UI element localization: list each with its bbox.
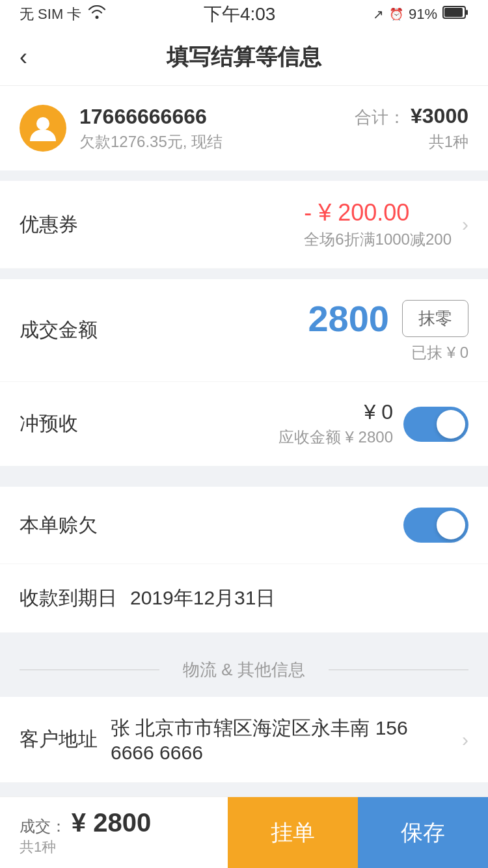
sim-label: 无 SIM 卡 xyxy=(20,5,81,24)
section-divider xyxy=(0,632,488,643)
debt-row: 本单赊欠 xyxy=(0,487,488,563)
logistics-line-left xyxy=(20,670,159,670)
coupon-desc: 全场6折满1000减200 xyxy=(304,229,452,250)
status-bar: 无 SIM 卡 下午4:03 ↗ ⏰ 91% xyxy=(0,0,488,29)
due-date-value: 2019年12月31日 xyxy=(130,585,275,612)
total-label: 合计： xyxy=(355,107,405,127)
amount-right: 2800 抹零 xyxy=(308,297,468,340)
customer-right: 合计： ¥3000 共1种 xyxy=(355,104,468,152)
save-button[interactable]: 保存 xyxy=(358,797,488,869)
round-button[interactable]: 抹零 xyxy=(402,300,468,337)
status-bar-time: 下午4:03 xyxy=(204,2,276,27)
bottom-total-row: 成交： ¥ 2800 xyxy=(20,808,208,837)
battery-label: 91% xyxy=(409,6,437,23)
separator-2 xyxy=(0,466,488,476)
svg-point-3 xyxy=(36,117,49,130)
svg-rect-2 xyxy=(466,10,468,15)
back-button[interactable]: ‹ xyxy=(20,44,27,71)
status-bar-left: 无 SIM 卡 xyxy=(20,5,106,24)
chevron-right-icon: › xyxy=(462,213,468,236)
status-bar-right: ↗ ⏰ 91% xyxy=(373,5,468,23)
prepay-amount: ¥ 0 xyxy=(364,400,393,424)
alarm-icon: ⏰ xyxy=(389,7,403,21)
prepay-right-area: ¥ 0 应收金额 ¥ 2800 xyxy=(278,400,468,448)
prepay-amounts: ¥ 0 应收金额 ¥ 2800 xyxy=(278,400,393,448)
wifi-icon xyxy=(88,5,106,23)
prepay-sub: 应收金额 ¥ 2800 xyxy=(278,427,393,448)
bottom-bar: 成交： ¥ 2800 共1种 挂单 保存 xyxy=(0,796,488,868)
debt-label: 本单赊欠 xyxy=(20,512,98,539)
logistics-title: 物流 & 其他信息 xyxy=(172,658,316,681)
svg-rect-1 xyxy=(444,8,463,17)
bottom-total-value: ¥ 2800 xyxy=(72,808,151,837)
coupon-info: - ¥ 200.00 全场6折满1000减200 xyxy=(304,199,452,250)
transaction-sub: 已抹 ¥ 0 xyxy=(308,342,468,363)
avatar xyxy=(20,105,66,152)
customer-info-section: 17666666666 欠款1276.35元, 现结 合计： ¥3000 共1种 xyxy=(0,86,488,170)
location-icon: ↗ xyxy=(373,7,384,22)
bottom-info: 成交： ¥ 2800 共1种 xyxy=(0,808,228,857)
coupon-row[interactable]: 优惠券 - ¥ 200.00 全场6折满1000减200 › xyxy=(0,181,488,269)
bottom-count: 共1种 xyxy=(20,837,208,857)
logistics-line-right xyxy=(329,670,468,670)
separator-1 xyxy=(0,269,488,279)
due-date-label: 收款到期日 xyxy=(20,585,117,612)
prepay-label: 冲预收 xyxy=(20,411,78,437)
battery-icon xyxy=(442,5,468,23)
hang-button[interactable]: 挂单 xyxy=(228,797,358,869)
address-value: 张 北京市市辖区海淀区永丰南 156 6666 6666 xyxy=(111,715,449,764)
prepay-toggle[interactable] xyxy=(403,407,468,442)
coupon-label: 优惠券 xyxy=(20,211,78,238)
total-row: 合计： ¥3000 xyxy=(355,104,468,129)
transaction-value: 2800 xyxy=(308,297,389,340)
customer-sub: 欠款1276.35元, 现结 xyxy=(79,131,223,152)
logistics-header: 物流 & 其他信息 xyxy=(0,643,488,697)
transaction-label: 成交金额 xyxy=(20,317,98,344)
address-row[interactable]: 客户地址 张 北京市市辖区海淀区永丰南 156 6666 6666 › xyxy=(0,697,488,783)
due-date-row: 收款到期日 2019年12月31日 xyxy=(0,563,488,632)
content: 17666666666 欠款1276.35元, 现结 合计： ¥3000 共1种… xyxy=(0,86,488,868)
total-value: ¥3000 xyxy=(411,104,468,128)
nav-bar: ‹ 填写结算等信息 xyxy=(0,29,488,86)
amount-section: 成交金额 2800 抹零 已抹 ¥ 0 冲预收 ¥ 0 应收金额 ¥ 2800 xyxy=(0,279,488,466)
address-chevron-icon: › xyxy=(462,729,468,751)
coupon-amount: - ¥ 200.00 xyxy=(304,199,452,226)
address-label: 客户地址 xyxy=(20,726,98,753)
customer-phone: 17666666666 xyxy=(79,105,223,129)
bottom-total-label: 成交： xyxy=(20,817,66,835)
customer-details: 17666666666 欠款1276.35元, 现结 xyxy=(79,105,223,152)
transaction-row: 成交金额 2800 抹零 已抹 ¥ 0 xyxy=(0,279,488,382)
total-count: 共1种 xyxy=(355,131,468,152)
customer-left: 17666666666 欠款1276.35元, 现结 xyxy=(20,105,223,152)
coupon-right: - ¥ 200.00 全场6折满1000减200 › xyxy=(304,199,468,250)
prepay-row: 冲预收 ¥ 0 应收金额 ¥ 2800 xyxy=(0,382,488,466)
debt-toggle[interactable] xyxy=(403,508,468,543)
transaction-right: 2800 抹零 已抹 ¥ 0 xyxy=(308,297,468,363)
page-title: 填写结算等信息 xyxy=(167,42,321,72)
